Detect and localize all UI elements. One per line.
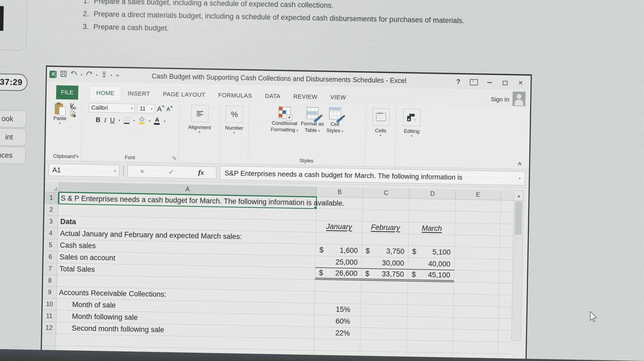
cell[interactable]	[453, 318, 499, 330]
name-box[interactable]: A1 ▾	[49, 164, 119, 177]
side-button-print[interactable]: int	[0, 128, 26, 146]
font-size-select[interactable]: 11▾	[137, 104, 155, 113]
row-header[interactable]: 9	[43, 287, 57, 299]
close-icon[interactable]: ×	[513, 78, 529, 88]
conditional-formatting-button[interactable]: ≠ Conditional Formatting ▾	[271, 106, 298, 134]
column-header-c[interactable]: C	[363, 187, 410, 198]
restore-icon[interactable]	[497, 78, 513, 86]
italic-button[interactable]: I	[104, 116, 106, 124]
cell[interactable]	[455, 223, 500, 236]
cell-march[interactable]: March	[409, 222, 455, 235]
select-all-corner[interactable]	[45, 182, 59, 192]
excel-logo-icon[interactable]: X	[49, 70, 57, 78]
help-icon[interactable]: ?	[450, 78, 466, 86]
collapse-ribbon-icon[interactable]: ^	[518, 161, 522, 168]
number-button[interactable]: % Number ▾	[225, 106, 244, 135]
insert-function-icon[interactable]: fx	[198, 168, 204, 176]
cell[interactable]	[498, 319, 511, 331]
cell-february[interactable]: February	[362, 221, 409, 234]
cell-value[interactable]: $1,600	[316, 244, 362, 257]
cell-value[interactable]: 30,000	[362, 257, 408, 269]
underline-button[interactable]: U	[110, 116, 115, 124]
redo-icon[interactable]	[86, 71, 93, 78]
cell-value[interactable]: $33,750	[361, 269, 408, 281]
row-header[interactable]: 10	[42, 298, 57, 311]
cell-value[interactable]: $5,100	[408, 246, 455, 259]
side-button-references[interactable]: ences	[0, 146, 26, 164]
cell[interactable]	[498, 342, 511, 354]
cell-value[interactable]: $45,100	[408, 270, 454, 282]
cell[interactable]	[315, 291, 361, 304]
cell[interactable]	[360, 328, 407, 340]
cell[interactable]	[362, 210, 409, 222]
clipboard-dialog-launcher-icon[interactable]	[75, 154, 79, 159]
font-color-icon[interactable]: A	[154, 117, 160, 125]
row-header[interactable]: 11	[42, 310, 56, 322]
cell[interactable]	[500, 236, 513, 248]
cell[interactable]	[499, 307, 512, 319]
cell[interactable]	[455, 200, 501, 212]
borders-icon[interactable]	[124, 117, 130, 124]
formula-expand-icon[interactable]: ▾	[519, 177, 521, 180]
cell[interactable]	[454, 270, 499, 283]
cell[interactable]	[361, 280, 408, 293]
cells-button[interactable]: ↤↦ Cells ▾	[372, 108, 390, 137]
minimize-icon[interactable]	[482, 78, 498, 86]
cell[interactable]	[409, 199, 456, 211]
row-header[interactable]: 8	[43, 275, 57, 287]
name-box-dropdown-icon[interactable]: ▾	[114, 169, 116, 173]
scroll-up-icon[interactable]: ▲	[514, 191, 524, 201]
fill-color-icon[interactable]	[139, 117, 145, 124]
cell[interactable]	[499, 295, 512, 307]
cell[interactable]	[455, 235, 500, 248]
row-header[interactable]: 2	[44, 204, 59, 216]
underline-dropdown-icon[interactable]: ▾	[119, 118, 120, 122]
font-dialog-launcher-icon[interactable]	[172, 156, 176, 161]
tab-home[interactable]: HOME	[90, 86, 121, 100]
cell-value[interactable]: 25,000	[315, 256, 362, 269]
cell[interactable]	[316, 209, 363, 221]
cell[interactable]	[499, 283, 512, 295]
borders-dropdown-icon[interactable]: ▾	[133, 119, 135, 122]
cell[interactable]	[408, 281, 454, 294]
tab-data[interactable]: DATA	[259, 89, 287, 103]
cell[interactable]	[407, 293, 454, 306]
cell[interactable]	[407, 340, 453, 353]
alignment-dropdown-icon[interactable]: ▾	[199, 130, 200, 134]
cell-value[interactable]: $3,750	[362, 245, 409, 258]
cell[interactable]	[361, 304, 407, 317]
redo-dropdown-icon[interactable]: ▾	[96, 73, 98, 77]
touch-dropdown-icon[interactable]: ▾	[110, 74, 112, 77]
scrollbar-thumb[interactable]	[515, 202, 522, 234]
row-header[interactable]: 1	[44, 192, 59, 204]
tab-page-layout[interactable]: PAGE LAYOUT	[156, 87, 212, 102]
cell[interactable]	[498, 330, 511, 342]
cell[interactable]	[409, 211, 455, 223]
fill-color-dropdown-icon[interactable]: ▾	[149, 119, 151, 122]
format-painter-icon[interactable]	[70, 113, 76, 118]
cell[interactable]	[500, 212, 513, 224]
alignment-button[interactable]: Alignment ▾	[188, 105, 211, 134]
cell-january[interactable]: January	[316, 221, 363, 233]
row-header[interactable]: 3	[44, 216, 58, 228]
cell-value[interactable]: 22%	[314, 327, 360, 340]
cell[interactable]	[453, 330, 498, 342]
cell[interactable]	[454, 282, 499, 295]
sign-in-link[interactable]: Sign In	[491, 96, 509, 103]
increase-font-icon[interactable]: A	[157, 105, 164, 113]
cell-value[interactable]: 15%	[314, 303, 361, 316]
row-header[interactable]: 7	[43, 263, 58, 275]
ribbon-display-options-icon[interactable]	[466, 78, 482, 86]
cell-value[interactable]: $26,600	[315, 268, 362, 280]
cell[interactable]	[407, 317, 453, 329]
undo-dropdown-icon[interactable]: ▾	[81, 73, 82, 77]
cell[interactable]	[454, 294, 499, 307]
tab-view[interactable]: VIEW	[324, 90, 353, 105]
cancel-icon[interactable]: ×	[140, 167, 144, 176]
row-header[interactable]: 12	[42, 322, 56, 334]
cell[interactable]	[499, 259, 513, 272]
column-header-e[interactable]: E	[456, 189, 501, 200]
cell[interactable]	[453, 341, 498, 354]
cell[interactable]	[454, 259, 500, 271]
save-icon[interactable]	[60, 71, 67, 78]
